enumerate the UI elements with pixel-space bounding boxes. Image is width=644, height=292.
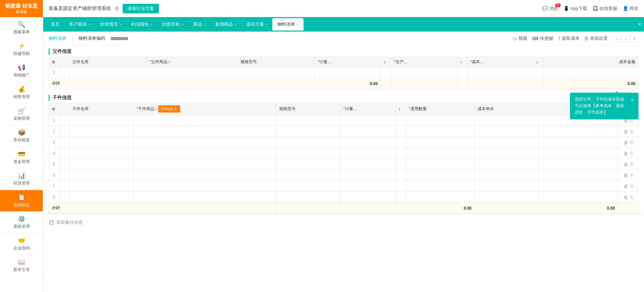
- child-row-product[interactable]: [134, 181, 276, 192]
- delete-icon[interactable]: 🗑: [623, 151, 628, 156]
- child-row-unit-cost[interactable]: [474, 137, 538, 148]
- child-row-warehouse[interactable]: [70, 115, 134, 126]
- tab-ops-history[interactable]: 经营历程 ×: [157, 18, 188, 31]
- child-row-unit-cost[interactable]: [474, 170, 538, 181]
- tab-ops-history-close[interactable]: ×: [181, 22, 183, 26]
- tab-customer[interactable]: 客户联络 ×: [64, 18, 95, 31]
- delete-icon[interactable]: 🗑: [623, 162, 628, 167]
- next-button[interactable]: ›: [621, 34, 630, 43]
- child-row-qty[interactable]: [406, 159, 474, 170]
- tab-new-goods[interactable]: 新增商品 ×: [210, 18, 241, 31]
- tab-operations-close[interactable]: ×: [119, 22, 121, 26]
- parent-row-unit[interactable]: [315, 67, 381, 78]
- tab-profit[interactable]: 利润报告 ×: [126, 18, 157, 31]
- child-row-unit-cost[interactable]: [474, 148, 538, 159]
- child-row-warehouse[interactable]: [70, 181, 134, 192]
- app-download-button[interactable]: 📱 App下载: [564, 5, 587, 12]
- child-row-warehouse[interactable]: [70, 170, 134, 181]
- sidebar-item-inventory[interactable]: 📦 库存核算: [0, 125, 43, 147]
- child-row-product[interactable]: [134, 192, 276, 203]
- child-row-spec[interactable]: [276, 115, 340, 126]
- child-row-qty[interactable]: [406, 126, 474, 137]
- parent-row-product[interactable]: [146, 67, 237, 78]
- child-row-unit-cost[interactable]: [474, 126, 538, 137]
- sidebar-item-search[interactable]: 🔍 搜索菜单: [0, 17, 43, 39]
- delete-icon[interactable]: 🗑: [623, 173, 628, 178]
- sidebar-item-collab[interactable]: 🤝 企业协同: [0, 233, 43, 255]
- child-row-unit-cost[interactable]: [474, 159, 538, 170]
- child-row-warehouse[interactable]: [70, 159, 134, 170]
- child-row-qty[interactable]: [406, 115, 474, 126]
- copy-icon[interactable]: ⎘: [630, 140, 633, 145]
- child-row-product[interactable]: [134, 148, 276, 159]
- user-button[interactable]: 👤 用友: [623, 5, 639, 12]
- copy-icon[interactable]: ⎘: [630, 184, 633, 189]
- trial-button[interactable]: 体验行业方案: [123, 4, 159, 13]
- scan-button[interactable]: 扫码录入: [158, 105, 180, 113]
- child-row-unit[interactable]: [340, 159, 396, 170]
- tab-operations[interactable]: 经营情况 ×: [95, 18, 126, 31]
- child-row-warehouse[interactable]: [70, 192, 134, 203]
- copy-icon[interactable]: ⎘: [630, 151, 633, 156]
- sidebar-item-sales[interactable]: 💰 销售管理: [0, 82, 43, 104]
- single-setting-button[interactable]: ☰ 单据设置: [584, 35, 608, 42]
- copy-icon[interactable]: ⎘: [630, 129, 633, 134]
- parent-row-production[interactable]: [391, 67, 457, 78]
- child-row-warehouse[interactable]: [70, 148, 134, 159]
- child-row-unit[interactable]: [340, 170, 396, 181]
- message-button[interactable]: 💬 消息 6: [542, 5, 558, 12]
- child-row-spec[interactable]: [276, 159, 340, 170]
- tab-barcode[interactable]: 条码方案 ×: [242, 18, 272, 31]
- parent-row-cost[interactable]: [467, 67, 533, 78]
- shortcut-button[interactable]: ⌨ 快捷键: [532, 35, 553, 42]
- copy-icon[interactable]: ⎘: [630, 195, 633, 200]
- tab-bom[interactable]: 物料清单 ×: [272, 18, 303, 31]
- breadcrumb[interactable]: 物料清单: [49, 35, 66, 42]
- child-row-warehouse[interactable]: [70, 126, 134, 137]
- copy-icon[interactable]: ⎘: [630, 173, 633, 178]
- child-row-unit-cost[interactable]: [474, 115, 538, 126]
- sidebar-item-purchase[interactable]: 🛒 采购管理: [0, 104, 43, 125]
- child-row-spec[interactable]: [276, 137, 340, 148]
- delete-icon[interactable]: 🗑: [623, 140, 628, 145]
- list-view-button[interactable]: ≡: [630, 34, 639, 43]
- tab-barcode-close[interactable]: ×: [265, 22, 268, 26]
- child-row-qty[interactable]: [406, 181, 474, 192]
- child-row-qty[interactable]: [406, 192, 474, 203]
- child-row-product[interactable]: [134, 137, 276, 148]
- parent-row-spec[interactable]: [238, 67, 315, 78]
- child-row-product[interactable]: [134, 126, 276, 137]
- child-row-product[interactable]: [134, 159, 276, 170]
- sidebar-item-basic-info[interactable]: 📋 基础信息: [0, 190, 43, 212]
- child-row-qty[interactable]: [406, 148, 474, 159]
- child-row-product[interactable]: [134, 115, 276, 126]
- child-row-spec[interactable]: [276, 181, 340, 192]
- child-row-spec[interactable]: [276, 148, 340, 159]
- sidebar-item-finance[interactable]: 💳 资金管理: [0, 147, 43, 168]
- delete-icon[interactable]: 🗑: [623, 184, 628, 189]
- child-row-spec[interactable]: [276, 192, 340, 203]
- child-row-product[interactable]: [134, 170, 276, 181]
- child-col-setting[interactable]: ⚙: [49, 103, 59, 115]
- child-row-qty[interactable]: [406, 170, 474, 181]
- sidebar-item-system[interactable]: ⚙️ 系统管理: [0, 212, 43, 233]
- tab-goods-close[interactable]: ×: [203, 22, 206, 26]
- tooltip-close-button[interactable]: ×: [631, 96, 634, 104]
- settings-gear-icon[interactable]: ⚙: [114, 5, 119, 12]
- sidebar-item-quick-nav[interactable]: ⚡ 快捷导航: [0, 39, 43, 60]
- sidebar-item-guide[interactable]: 📖 新手引导: [0, 255, 43, 277]
- close-all-tabs-button[interactable]: ×: [638, 21, 641, 27]
- delete-icon[interactable]: 🗑: [623, 195, 628, 200]
- tab-bom-close[interactable]: ×: [296, 22, 298, 26]
- copy-icon[interactable]: ⎘: [630, 162, 633, 167]
- view-button[interactable]: ▷ 视频: [513, 35, 527, 42]
- sidebar-item-operations[interactable]: 📊 经营管理: [0, 168, 43, 190]
- sidebar-item-marketing[interactable]: 📢 营销推广: [0, 60, 43, 82]
- child-row-spec[interactable]: [276, 170, 340, 181]
- child-row-spec[interactable]: [276, 126, 340, 137]
- tab-goods[interactable]: 商品 ×: [188, 18, 210, 31]
- extract-cost-button[interactable]: ⤴ 提取成本: [558, 35, 580, 42]
- child-row-unit[interactable]: [340, 137, 396, 148]
- prev-button[interactable]: ‹: [612, 34, 621, 43]
- child-row-unit[interactable]: [340, 115, 396, 126]
